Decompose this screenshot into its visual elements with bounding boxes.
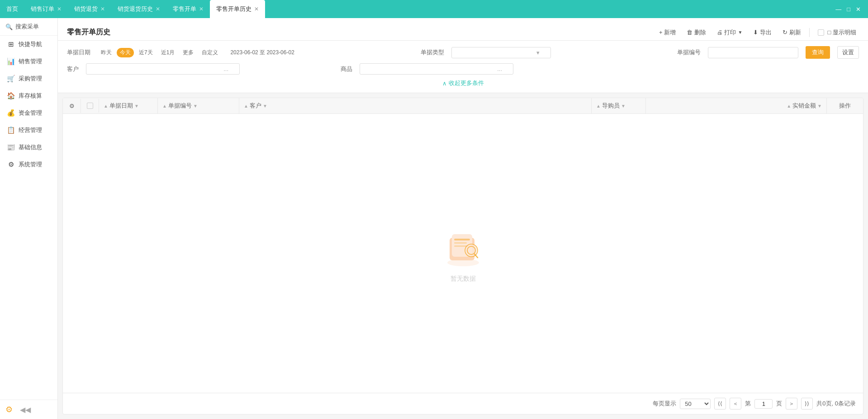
collapse-label: 收起更多条件 [449,79,484,87]
type-filter-label: 单据类型 [421,48,444,56]
finance-icon: 💰 [7,109,15,117]
export-button[interactable]: ⬇ 导出 [750,27,774,38]
date-range-display: 2023-06-02 至 2023-06-02 [230,49,294,56]
date-filter-buttons: 昨天 今天 近7天 近1月 更多 自定义 [98,48,221,57]
tab-sales-return-history[interactable]: 销货退货历史 ✕ [111,0,166,18]
number-filter-input[interactable] [708,47,798,58]
empty-state: 暂无数据 [63,114,863,393]
sidebar-item-basic-info[interactable]: 📰 基础信息 [0,139,57,156]
th-gear[interactable]: ⚙ [63,99,81,113]
toolbar-separator [809,28,810,37]
sidebar-item-quick-nav[interactable]: ⊞ 快捷导航 [0,36,57,53]
first-page-btn[interactable]: ⟨⟨ [714,398,726,410]
sidebar-item-finance[interactable]: 💰 资金管理 [0,104,57,122]
th-number: ▲ 单据编号 ▼ [158,98,239,113]
sort-down-date[interactable]: ▼ [134,104,139,108]
sidebar-item-system[interactable]: ⚙ 系统管理 [0,156,57,173]
tab-sales-return[interactable]: 销货退货 ✕ [68,0,111,18]
page-label: 第 [745,400,751,408]
window-close[interactable]: ✕ [856,6,861,13]
query-button[interactable]: 查询 [806,46,830,59]
sidebar-settings-icon[interactable]: ⚙ [5,405,13,414]
svg-rect-4 [454,242,467,244]
sort-up-date[interactable]: ▲ [104,104,108,108]
window-maximize[interactable]: □ [847,6,850,13]
next-page-btn[interactable]: ＞ [786,398,797,410]
date-btn-more[interactable]: 更多 [180,48,197,57]
refresh-button[interactable]: ↻ 刷新 [780,27,804,38]
page-number-input[interactable] [754,399,773,409]
top-tabbar: 首页 销售订单 ✕ 销货退货 ✕ 销货退货历史 ✕ 零售开单 ✕ 零售开单历史 … [0,0,868,18]
per-page-label: 每页显示 [653,400,676,408]
sort-down-guide[interactable]: ▼ [621,104,626,108]
sort-up-guide[interactable]: ▲ [596,104,601,108]
tab-sales-order[interactable]: 销售订单 ✕ [24,0,68,18]
sidebar-item-purchase-mgmt[interactable]: 🛒 采购管理 [0,70,57,87]
table-header: ⚙ ▲ 单据日期 ▼ ▲ 单据编号 ▼ ▲ 客户 ▼ [63,98,863,114]
empty-text: 暂无数据 [451,275,476,283]
sidebar: 🔍 搜索采单 ⊞ 快捷导航 📊 销售管理 🛒 采购管理 🏠 库存核算 💰 资金管… [0,18,58,419]
toolbar-right: + 新增 🗑 删除 🖨 打印 ▼ ⬇ 导出 ↻ 刷新 □ [656,27,859,38]
window-controls: — □ ✕ [835,6,868,13]
total-text: 共0页, 0条记录 [816,400,856,408]
table-area: ⚙ ▲ 单据日期 ▼ ▲ 单据编号 ▼ ▲ 客户 ▼ [62,98,863,414]
sidebar-search[interactable]: 🔍 搜索采单 [0,18,57,36]
tab-retail-history[interactable]: 零售开单历史 ✕ [210,0,265,18]
th-amount: ▲ 实销金额 ▼ [646,98,827,113]
display-detail-button[interactable]: □ 显示明细 [815,27,859,38]
settings-button[interactable]: 设置 [837,46,859,59]
tab-retail-open[interactable]: 零售开单 ✕ [166,0,210,18]
filter-row-2: 客户 ... 商品 ... [67,63,859,75]
goods-filter-select[interactable]: ... [360,63,513,75]
filter-row-1: 单据日期 昨天 今天 近7天 近1月 更多 自定义 2023-06-02 至 2… [67,46,859,59]
sidebar-collapse-icon[interactable]: ◀◀ [20,405,31,414]
sort-up-customer[interactable]: ▲ [244,104,248,108]
print-button[interactable]: 🖨 打印 ▼ [714,27,745,38]
last-page-btn[interactable]: ⟩⟩ [801,398,813,410]
svg-rect-3 [454,239,470,240]
delete-button[interactable]: 🗑 删除 [684,27,709,38]
basic-info-icon: 📰 [7,143,15,151]
collapse-bar[interactable]: ∧ 收起更多条件 [67,79,859,87]
page-title: 零售开单历史 [67,28,110,37]
tab-close-retail-history[interactable]: ✕ [254,6,259,12]
filter-area: 单据日期 昨天 今天 近7天 近1月 更多 自定义 2023-06-02 至 2… [58,41,868,93]
add-button[interactable]: + 新增 [656,27,678,38]
sort-down-customer[interactable]: ▼ [263,104,267,108]
sidebar-item-inventory[interactable]: 🏠 库存核算 [0,87,57,104]
sidebar-item-operations[interactable]: 📋 经营管理 [0,122,57,139]
tab-close-sales-return[interactable]: ✕ [100,6,105,12]
sort-down-number[interactable]: ▼ [193,104,198,108]
search-icon: 🔍 [5,24,13,30]
tab-close-sales-return-history[interactable]: ✕ [156,6,160,12]
date-btn-1month[interactable]: 近1月 [158,48,178,57]
tab-close-retail-open[interactable]: ✕ [199,6,204,12]
page-header: 零售开单历史 + 新增 🗑 删除 🖨 打印 ▼ ⬇ 导出 ↻ 刷新 [58,18,868,41]
inventory-icon: 🏠 [7,92,15,100]
select-all-checkbox[interactable] [87,103,93,109]
sidebar-item-sales-mgmt[interactable]: 📊 销售管理 [0,53,57,70]
sort-up-number[interactable]: ▲ [162,104,167,108]
page-size-select[interactable]: 50 20 100 [680,399,711,409]
th-checkbox[interactable] [81,99,99,113]
customer-ellipsis: ... [223,66,228,72]
date-btn-yesterday[interactable]: 昨天 [98,48,115,57]
date-btn-custom[interactable]: 自定义 [199,48,221,57]
customer-filter-select[interactable]: ... [86,63,240,75]
sort-up-amount[interactable]: ▲ [787,104,791,108]
th-customer: ▲ 客户 ▼ [239,98,592,113]
prev-page-btn[interactable]: ＜ [730,398,741,410]
sort-down-amount[interactable]: ▼ [817,104,822,108]
tab-home[interactable]: 首页 [0,0,24,18]
empty-illustration [441,224,486,269]
operations-icon: 📋 [7,126,15,134]
type-filter-select[interactable]: ▾ [451,47,551,58]
th-guide: ▲ 导购员 ▼ [592,98,646,113]
date-btn-today[interactable]: 今天 [117,48,134,57]
content-area: 零售开单历史 + 新增 🗑 删除 🖨 打印 ▼ ⬇ 导出 ↻ 刷新 [58,18,868,419]
window-minimize[interactable]: — [835,6,841,13]
date-btn-7days[interactable]: 近7天 [136,48,156,57]
main-layout: 🔍 搜索采单 ⊞ 快捷导航 📊 销售管理 🛒 采购管理 🏠 库存核算 💰 资金管… [0,18,868,419]
tab-close-sales-order[interactable]: ✕ [57,6,62,12]
purchase-icon: 🛒 [7,75,15,83]
